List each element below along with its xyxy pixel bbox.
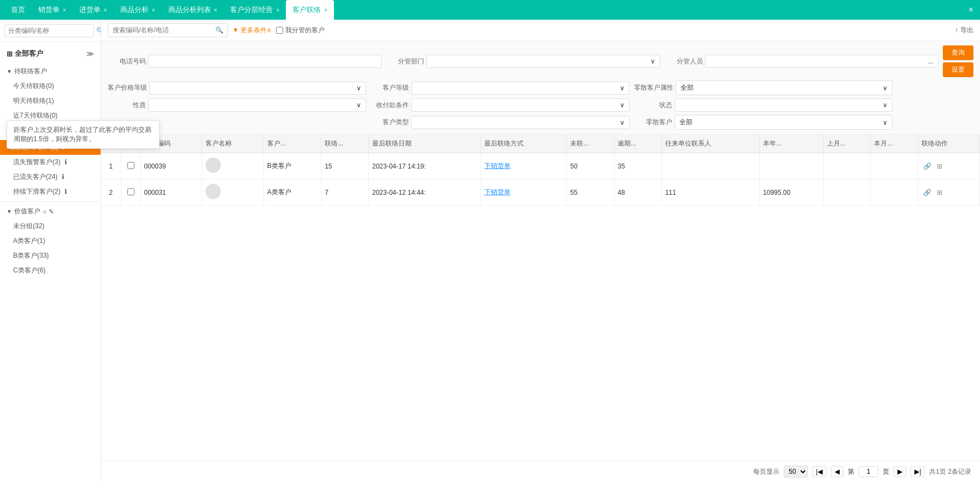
action-buttons: 查询 设置: [943, 45, 973, 77]
header-row: ⚙ 客户编码 客户名称 客户... 联络... 最后联络日期 最后联络方式 未联…: [101, 135, 980, 153]
nav-item-purchase[interactable]: 进货单 ×: [73, 0, 114, 20]
row-2-grid-icon[interactable]: ⊞: [937, 189, 942, 196]
first-page-button[interactable]: |◀: [812, 466, 826, 477]
row-1-grid-icon[interactable]: ⊞: [937, 162, 942, 170]
th-last-contact-method: 最后联络方式: [481, 135, 567, 153]
gender-select[interactable]: ∨: [148, 98, 366, 112]
chevron-down-icon: ∨: [650, 57, 655, 65]
row-1-checkbox[interactable]: [127, 162, 134, 169]
next-page-button[interactable]: ▶: [894, 466, 906, 477]
collapse-sidebar-button[interactable]: ≫: [86, 50, 94, 58]
close-product-analysis-tab[interactable]: ×: [152, 7, 155, 13]
status-group: 状态 ∨: [634, 98, 893, 112]
all-customers-title[interactable]: ⊞ 全部客户 ≫: [0, 45, 101, 62]
more-conditions-button[interactable]: ▼ 更多条件 ∧: [232, 26, 272, 35]
customer-level-select[interactable]: ∨: [411, 82, 629, 95]
close-product-list-tab[interactable]: ×: [214, 7, 218, 13]
sidebar-item-declining[interactable]: 持续下滑客户(2) ℹ: [0, 184, 101, 199]
chevron-down-icon-level: ∨: [620, 84, 625, 92]
info-icon-already-lost: ℹ: [62, 173, 64, 181]
pending-contact-title[interactable]: ▼ 待联络客户: [0, 64, 101, 79]
row-2-code: 000031: [140, 179, 202, 206]
phone-label: 电话号码: [108, 57, 146, 66]
arrow-icon: ▼: [7, 68, 12, 74]
row-2-link-icon[interactable]: 🔗: [923, 189, 931, 196]
query-button[interactable]: 查询: [943, 45, 973, 60]
sidebar-item-today[interactable]: 今天待联络(0): [0, 79, 101, 94]
close-customer-contact-tab[interactable]: ×: [324, 7, 327, 13]
row-checkbox-2: [121, 179, 140, 206]
close-purchase-tab[interactable]: ×: [104, 7, 107, 13]
phone-group: 电话号码: [108, 55, 382, 68]
sidebar-item-ungroup[interactable]: 未分组(32): [0, 219, 101, 234]
page-label: 第: [848, 467, 854, 477]
sidebar-search-area: 🔍: [0, 20, 101, 42]
row-2-contact-count: 7: [321, 179, 369, 206]
filter-row-2: 客户价格等级 ∨ 客户等级 ∨ 零散客户属性 全部: [108, 80, 973, 95]
prev-page-button[interactable]: ◀: [831, 466, 843, 477]
price-level-select[interactable]: ∨: [149, 82, 366, 95]
last-page-button[interactable]: ▶|: [911, 466, 925, 477]
export-button[interactable]: ↑ 导出: [955, 26, 973, 35]
sidebar-search-button[interactable]: 🔍: [96, 27, 101, 34]
chevron-down-icon-type: ∨: [620, 119, 625, 126]
my-customers-checkbox[interactable]: 我分管的客户: [276, 26, 325, 35]
row-2-method-link[interactable]: 下销货单: [484, 188, 510, 196]
nav-item-sales[interactable]: 销货单 ×: [32, 0, 73, 20]
close-all-tabs[interactable]: ×: [969, 5, 973, 15]
row-1-link-icon[interactable]: 🔗: [923, 162, 931, 170]
row-2-last-date: 2023-04-12 14:44:: [369, 179, 481, 206]
nav-item-customer-tier[interactable]: 客户分层经营 ×: [224, 0, 286, 20]
nav-item-product-analysis[interactable]: 商品分析 ×: [114, 0, 162, 20]
price-level-label: 客户价格等级: [108, 83, 147, 92]
th-contact-count: 联络...: [321, 135, 369, 153]
row-1-unlabeled: 50: [567, 153, 614, 179]
per-page-select[interactable]: 50: [784, 466, 808, 478]
info-icon-declining: ℹ: [64, 188, 67, 195]
table-scroll-wrapper[interactable]: ⚙ 客户编码 客户名称 客户... 联络... 最后联络日期 最后联络方式 未联…: [101, 135, 980, 461]
close-sales-tab[interactable]: ×: [63, 7, 66, 13]
th-actions: 联络动作: [918, 135, 980, 153]
customer-type-select[interactable]: ∨: [411, 116, 629, 129]
close-customer-tier-tab[interactable]: ×: [276, 7, 279, 13]
phone-input[interactable]: [148, 55, 382, 68]
sidebar-search-input[interactable]: [4, 24, 94, 37]
row-2-checkbox[interactable]: [127, 188, 134, 195]
status-select[interactable]: ∨: [674, 98, 893, 112]
total-info: 共1页 2条记录: [929, 467, 971, 477]
table-row: 1 000039 B类客户 15 2023-04-17 14:19: 下销货单: [101, 153, 980, 179]
row-1-method-link[interactable]: 下销货单: [484, 162, 510, 170]
sidebar-item-a-class[interactable]: A类客户(1): [0, 234, 101, 248]
pagination: 每页显示 50 |◀ ◀ 第 页 ▶ ▶| 共1页 2条记录: [101, 461, 980, 482]
sidebar-item-c-class[interactable]: C类客户(6): [0, 263, 101, 278]
repurchase-tooltip: 距客户上次交易时长，超过了此客户的平均交易周期的1.5倍，则视为异常。: [7, 120, 101, 149]
search-icon[interactable]: 🔍: [215, 26, 224, 34]
circle-icon: ○: [43, 208, 46, 216]
page-input[interactable]: [859, 466, 878, 477]
retail-customer-select[interactable]: 全部 ∨: [674, 115, 893, 130]
nav-item-customer-contact[interactable]: 客户联络 ×: [286, 0, 334, 20]
filter-row-4: ... 客户类型 ∨ 零散客户 全部 ∨: [108, 115, 973, 130]
sidebar-tree: ⊞ 全部客户 ≫ ▼ 待联络客户 今天待联络(0) 明天待联络(1) 近7天待联…: [0, 42, 101, 482]
sidebar-item-tomorrow[interactable]: 明天待联络(1): [0, 94, 101, 108]
settings-button[interactable]: 设置: [943, 62, 973, 77]
extended-filters: 电话号码 分管部门 ∨ 分管人员 ...: [101, 41, 980, 135]
retail-customer-label: 零散客户: [634, 118, 672, 127]
edit-icon[interactable]: ✎: [49, 208, 54, 216]
my-customers-check[interactable]: [276, 27, 283, 34]
value-customer-title[interactable]: ▼ 价值客户 ○ ✎: [0, 204, 101, 219]
nav-item-home[interactable]: 首页: [4, 0, 32, 20]
nav-item-product-list[interactable]: 商品分析列表 ×: [162, 0, 224, 20]
search-input[interactable]: [108, 23, 228, 37]
sidebar-item-lost-preview[interactable]: 流失预警客户(3) ℹ: [0, 155, 101, 170]
dept-group: 分管部门 ∨: [386, 55, 660, 68]
dept-select[interactable]: ∨: [426, 55, 660, 68]
sidebar-item-b-class[interactable]: B类客户(33): [0, 248, 101, 263]
retail-attr-select[interactable]: 全部 ∨: [676, 80, 893, 95]
manager-group: 分管人员 ...: [665, 55, 938, 68]
row-checkbox-1: [121, 153, 140, 179]
retail-attr-group: 零散客户属性 全部 ∨: [634, 80, 893, 95]
sidebar-item-already-lost[interactable]: 已流失客户(24) ℹ: [0, 170, 101, 184]
manager-select[interactable]: ...: [705, 55, 938, 68]
payment-select[interactable]: ∨: [411, 98, 629, 112]
